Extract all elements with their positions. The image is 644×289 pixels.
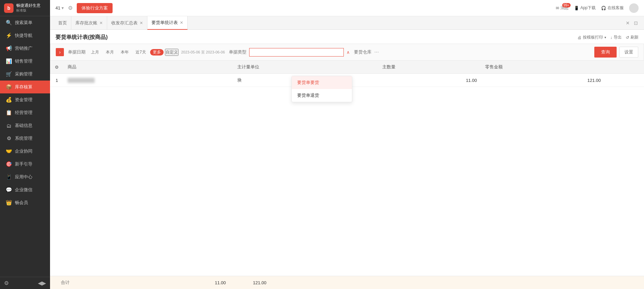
sidebar-item-appstore[interactable]: 📱 应用中心 (0, 171, 50, 183)
sidebar-item-purchase[interactable]: 🛒 采购管理 (0, 68, 50, 81)
date-7days-btn[interactable]: 近7天 (133, 49, 149, 56)
system-icon: ⚙ (5, 135, 12, 141)
trial-industry-btn[interactable]: 体验行业方案 (77, 3, 113, 13)
page-content: 要货单统计表(按商品) 🖨 按模板打印 ▾ ↓ 导出 ↺ 刷新 › (50, 30, 644, 289)
query-btn[interactable]: 查询 (594, 47, 617, 58)
sidebar-item-marketing-label: 营销推广 (15, 45, 32, 51)
date-filter-label: 单据日期 (68, 49, 86, 55)
purchase-icon: 🛒 (5, 71, 12, 77)
base-icon: 🗂 (5, 123, 12, 129)
headset-icon: 🎧 (601, 6, 606, 10)
sidebar-item-collab[interactable]: 🤝 企业协同 (0, 145, 50, 158)
settings-gear-icon[interactable]: ⚙ (4, 280, 9, 286)
sidebar-bottom: ⚙ ◀▶ (0, 277, 50, 289)
tab-requisition-close[interactable]: ✕ (180, 20, 183, 25)
tab-home-label: 首页 (58, 20, 67, 26)
tab-inventory-batch[interactable]: 库存批次账 ✕ (71, 16, 107, 30)
sidebar-item-wechat-label: 企业微信 (15, 187, 32, 193)
tabs-bar: 首页 库存批次账 ✕ 收发存汇总表 ✕ 要货单统计表 ✕ ✕ ⊡ (50, 16, 644, 30)
app-logo-title: 畅捷通好生意 (16, 3, 41, 8)
footer-amount: 121.00 (230, 280, 270, 285)
sidebar-item-wechat[interactable]: 💬 企业微信 (0, 183, 50, 196)
print-btn[interactable]: 🖨 按模板打印 ▾ (577, 35, 606, 40)
app-download-btn[interactable]: 📱 App下载 (574, 5, 596, 11)
sidebar-item-member[interactable]: 👑 畅会员 (0, 196, 50, 209)
refresh-icon: ↺ (626, 35, 629, 40)
store-selector[interactable]: 41 ▾ (55, 5, 64, 10)
tab-receivables-label: 收发存汇总表 (111, 20, 138, 26)
dropdown-item-requisition-order[interactable]: 要货单要货 (292, 76, 352, 89)
user-avatar[interactable] (629, 3, 639, 13)
sidebar-item-guide[interactable]: 🎯 新手引导 (0, 158, 50, 171)
table-header-row: ⚙ 商品 主计量单位 主数量 零售金额 (50, 61, 644, 74)
date-last-month-btn[interactable]: 上月 (88, 49, 102, 56)
date-range-display: 2023-05-06 至 2023-06-06 (181, 50, 225, 55)
type-filter-input[interactable] (249, 48, 344, 57)
tab-fullscreen-icon[interactable]: ⊡ (632, 19, 640, 27)
print-dropdown-icon: ▾ (604, 36, 606, 39)
print-icon: 🖨 (577, 35, 581, 40)
export-btn[interactable]: ↓ 导出 (610, 35, 622, 40)
sidebar-item-inventory[interactable]: 📦 库存核算 (0, 81, 50, 93)
filter-expand-btn[interactable]: › (56, 48, 64, 56)
type-filter-arrow[interactable]: ∧ (347, 50, 350, 55)
sidebar-item-inventory-label: 库存核算 (15, 84, 32, 90)
th-settings[interactable]: ⚙ (50, 61, 64, 74)
print-label: 按模板打印 (583, 35, 603, 40)
table-footer: 合计 11.00 121.00 (50, 276, 644, 289)
warehouse-filter-group: 要货仓库 ··· (354, 49, 379, 55)
sidebar-item-search[interactable]: 🔍 搜索菜单 (0, 16, 50, 29)
topbar-gear-icon[interactable]: ⚙ (68, 5, 73, 11)
date-this-month-btn[interactable]: 本月 (103, 49, 117, 56)
member-icon: 👑 (5, 200, 12, 206)
sidebar-item-sales[interactable]: 📊 销售管理 (0, 55, 50, 68)
store-name: 41 (55, 5, 60, 10)
tab-requisition-label: 要货单统计表 (151, 20, 178, 26)
sidebar-logo: b 畅捷通好生意 标准版 (0, 0, 50, 16)
operations-icon: 📋 (5, 110, 12, 116)
topbar-left: 41 ▾ ⚙ 体验行业方案 (55, 3, 113, 13)
tab-minimize-icon[interactable]: ✕ (624, 19, 632, 27)
sidebar-item-purchase-label: 采购管理 (15, 71, 32, 77)
date-custom-btn[interactable]: 自定义 (165, 49, 178, 56)
refresh-btn[interactable]: ↺ 刷新 (626, 35, 639, 40)
tab-requisition[interactable]: 要货单统计表 ✕ (147, 16, 188, 30)
export-label: 导出 (614, 35, 622, 40)
footer-quantity: 11.00 (189, 280, 230, 285)
online-service-btn[interactable]: 🎧 在线客服 (601, 5, 624, 11)
sidebar-item-quicknav[interactable]: ⚡ 快捷导航 (0, 29, 50, 42)
type-filter-label: 单据类型 (229, 49, 246, 55)
sidebar-item-search-label: 搜索菜单 (15, 20, 32, 26)
row-quantity: 11.00 (378, 74, 481, 87)
sidebar-item-finance[interactable]: 💰 资金管理 (0, 93, 50, 106)
row-product (64, 74, 233, 87)
type-dropdown: 要货单要货 要货单退货 (291, 76, 352, 102)
page-header: 要货单统计表(按商品) 🖨 按模板打印 ▾ ↓ 导出 ↺ 刷新 (50, 30, 644, 44)
message-btn[interactable]: ✉ 消息 99+ (556, 5, 569, 11)
quicknav-icon: ⚡ (5, 32, 12, 39)
app-download-label: App下载 (580, 5, 596, 11)
sidebar-collapse-icon[interactable]: ◀▶ (38, 280, 46, 286)
message-icon: ✉ (556, 6, 559, 10)
message-badge: 99+ (562, 3, 571, 7)
tab-receivables-close[interactable]: ✕ (140, 21, 143, 25)
tab-receivables[interactable]: 收发存汇总表 ✕ (107, 16, 147, 30)
warehouse-filter-dots[interactable]: ··· (374, 49, 379, 55)
sidebar-item-base-label: 基础信息 (15, 123, 32, 129)
tab-home[interactable]: 首页 (54, 16, 71, 30)
sidebar-item-marketing[interactable]: 📢 营销推广 (0, 42, 50, 55)
sidebar-item-base[interactable]: 🗂 基础信息 (0, 119, 50, 132)
date-more-btn[interactable]: 更多 (150, 49, 164, 55)
app-logo-icon: b (4, 3, 14, 13)
tab-inventory-batch-close[interactable]: ✕ (99, 21, 103, 25)
sidebar-item-operations[interactable]: 📋 经营管理 (0, 106, 50, 119)
filter-actions: 查询 设置 (594, 47, 638, 58)
sidebar-item-system[interactable]: ⚙ 系统管理 (0, 132, 50, 145)
sidebar-item-quicknav-label: 快捷导航 (15, 32, 32, 39)
sidebar-item-system-label: 系统管理 (15, 135, 32, 141)
row-extra (605, 74, 644, 87)
filter-settings-btn[interactable]: 设置 (619, 47, 638, 58)
date-this-year-btn[interactable]: 本年 (118, 49, 132, 56)
dropdown-item-requisition-return[interactable]: 要货单退货 (292, 89, 352, 102)
sidebar-item-sales-label: 销售管理 (15, 58, 32, 64)
